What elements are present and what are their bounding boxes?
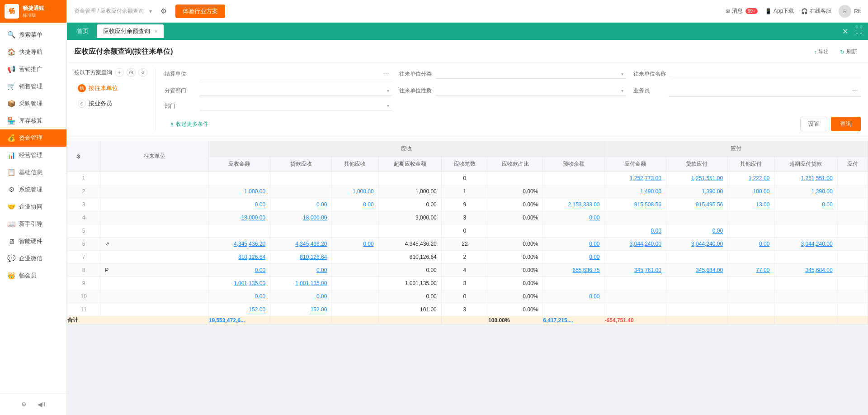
refresh-button[interactable]: ↻ 刷新 — [836, 46, 861, 57]
add-scheme-button[interactable]: + — [115, 68, 124, 77]
cell-loan_receivable[interactable] — [270, 185, 332, 198]
unit-category-select[interactable]: ▾ — [435, 70, 627, 79]
tabbar-expand-icon[interactable]: ⛶ — [854, 25, 864, 37]
cell-payable_amount[interactable] — [604, 251, 666, 264]
cell-overdue_payable[interactable]: 3,044,240.00 — [774, 238, 837, 251]
topbar-user[interactable]: R Rit — [839, 5, 861, 18]
sidebar-item-purchase[interactable]: 📦 采购管理 — [0, 95, 66, 112]
sidebar-item-hardware[interactable]: 🖥 智能硬件 — [0, 233, 66, 250]
cell-overdue_payable[interactable]: 1,251,551.00 — [774, 172, 837, 185]
cell-loan_receivable[interactable]: 18,000.00 — [270, 211, 332, 224]
cell-receivable_amount[interactable]: 152.00 — [208, 303, 270, 316]
sidebar-item-vip[interactable]: 👑 畅会员 — [0, 267, 66, 284]
topbar-dropdown-arrow[interactable]: ▾ — [149, 8, 152, 14]
cell-receivable_amount[interactable]: 810,126.64 — [208, 251, 270, 264]
cell-payable_amount[interactable]: 0.00 — [604, 224, 666, 238]
cell-loan_payable[interactable] — [666, 290, 727, 303]
dept-select[interactable]: ▾ — [200, 101, 392, 110]
sidebar-item-search[interactable]: 🔍 搜索菜单 — [0, 26, 66, 43]
cell-receivable_amount[interactable]: 0.00 — [208, 198, 270, 211]
cell-other_payable[interactable] — [728, 277, 774, 290]
cell-other_receivable[interactable] — [332, 251, 378, 264]
cell-loan_receivable[interactable] — [270, 172, 332, 185]
cell-other_payable[interactable]: 1,222.00 — [728, 172, 774, 185]
cell-advance_balance[interactable]: 0.00 — [543, 211, 604, 224]
sidebar-item-inventory[interactable]: 🏪 库存核算 — [0, 112, 66, 129]
industry-solution-button[interactable]: 体验行业方案 — [175, 5, 225, 18]
cell-payable_amount[interactable]: 915,508.56 — [604, 198, 666, 211]
cell-other_receivable[interactable] — [332, 277, 378, 290]
cell-loan_receivable[interactable]: 0.00 — [270, 198, 332, 211]
cell-receivable_amount[interactable]: 0.00 — [208, 264, 270, 277]
scheme-by-unit[interactable]: 畅 按往来单位 — [74, 81, 150, 95]
cell-loan_receivable[interactable] — [270, 224, 332, 238]
topbar-settings-icon[interactable]: ⚙ — [157, 5, 170, 18]
cell-payable_amount[interactable]: 345,761.00 — [604, 264, 666, 277]
th-settings[interactable]: ⚙ — [67, 141, 100, 172]
sidebar-item-shortcut[interactable]: 🏠 快捷导航 — [0, 43, 66, 61]
topbar-message[interactable]: ✉ 消息 99+ — [726, 7, 758, 15]
sidebar-settings-btn[interactable]: ⚙ — [17, 398, 31, 410]
scheme-settings-button[interactable]: ⊙ — [127, 68, 136, 77]
cell-advance_balance[interactable] — [543, 277, 604, 290]
sidebar-item-marketing[interactable]: 📢 营销推广 — [0, 61, 66, 78]
sidebar-item-wechat[interactable]: 💬 企业微信 — [0, 250, 66, 267]
cell-overdue_payable[interactable] — [774, 277, 837, 290]
cell-other_payable[interactable] — [728, 224, 774, 238]
cell-receivable_amount[interactable] — [208, 172, 270, 185]
dept-mgr-select[interactable]: ▾ — [200, 86, 392, 95]
cell-other_receivable[interactable] — [332, 172, 378, 185]
cell-advance_balance[interactable]: 0.00 — [543, 251, 604, 264]
cell-advance_balance[interactable] — [543, 303, 604, 316]
cell-loan_payable[interactable] — [666, 211, 727, 224]
cell-overdue_payable[interactable]: 0.00 — [774, 198, 837, 211]
tabbar-close-icon[interactable]: ✕ — [840, 25, 850, 38]
cell-loan_payable[interactable]: 345,684.00 — [666, 264, 727, 277]
cell-loan_receivable[interactable]: 1,001,135.00 — [270, 277, 332, 290]
cell-payable_amount[interactable]: 3,044,240.00 — [604, 238, 666, 251]
cell-other_receivable[interactable] — [332, 264, 378, 277]
salesperson-dots[interactable]: ··· — [852, 86, 858, 95]
cell-other_payable[interactable]: 0.00 — [728, 238, 774, 251]
cell-other_receivable[interactable] — [332, 211, 378, 224]
cell-loan_payable[interactable]: 915,495.56 — [666, 198, 727, 211]
cell-other_receivable[interactable] — [332, 303, 378, 316]
sidebar-item-basic[interactable]: 📋 基础信息 — [0, 164, 66, 181]
unit-nature-select[interactable]: ▾ — [435, 86, 627, 95]
sidebar-item-collab[interactable]: 🤝 企业协同 — [0, 198, 66, 215]
cell-other_receivable[interactable]: 1,000.00 — [332, 185, 378, 198]
cell-loan_payable[interactable] — [666, 251, 727, 264]
settlement-select[interactable]: ··· — [200, 68, 392, 80]
sidebar-item-ops[interactable]: 📊 经营管理 — [0, 147, 66, 164]
cell-loan_payable[interactable]: 1,251,551.00 — [666, 172, 727, 185]
cell-advance_balance[interactable]: 0.00 — [543, 290, 604, 303]
cell-advance_balance[interactable]: 0.00 — [543, 238, 604, 251]
cell-loan_payable[interactable] — [666, 303, 727, 316]
cell-loan_receivable[interactable]: 0.00 — [270, 264, 332, 277]
topbar-online-service[interactable]: 🎧 在线客服 — [801, 7, 831, 15]
cell-payable_amount[interactable] — [604, 290, 666, 303]
table-settings-icon[interactable]: ⚙ — [72, 150, 85, 163]
cell-receivable_amount[interactable]: 0.00 — [208, 290, 270, 303]
cell-overdue_payable[interactable]: 1,390.00 — [774, 185, 837, 198]
cell-other_payable[interactable] — [728, 211, 774, 224]
footer-receivable-amount[interactable]: 19,553,472,6... — [208, 316, 270, 324]
cell-receivable_amount[interactable]: 4,345,436.20 — [208, 238, 270, 251]
sidebar-item-guide[interactable]: 📖 新手引导 — [0, 215, 66, 233]
scheme-collapse-button[interactable]: « — [138, 68, 147, 77]
cell-advance_balance[interactable] — [543, 224, 604, 238]
settlement-dots[interactable]: ··· — [383, 70, 389, 78]
filter-settings-button[interactable]: 设置 — [800, 117, 827, 131]
sidebar-item-sales[interactable]: 🛒 销售管理 — [0, 78, 66, 95]
cell-other_payable[interactable] — [728, 251, 774, 264]
cell-advance_balance[interactable]: 2,153,333.00 — [543, 198, 604, 211]
cell-other_payable[interactable] — [728, 303, 774, 316]
cell-payable_amount[interactable] — [604, 211, 666, 224]
cell-overdue_payable[interactable] — [774, 211, 837, 224]
cell-other_payable[interactable]: 100.00 — [728, 185, 774, 198]
cell-overdue_payable[interactable] — [774, 290, 837, 303]
tab-close-icon[interactable]: × — [155, 29, 157, 34]
cell-overdue_payable[interactable]: 345,684.00 — [774, 264, 837, 277]
cell-other_receivable[interactable]: 0.00 — [332, 198, 378, 211]
topbar-app-download[interactable]: 📱 App下载 — [765, 7, 794, 15]
